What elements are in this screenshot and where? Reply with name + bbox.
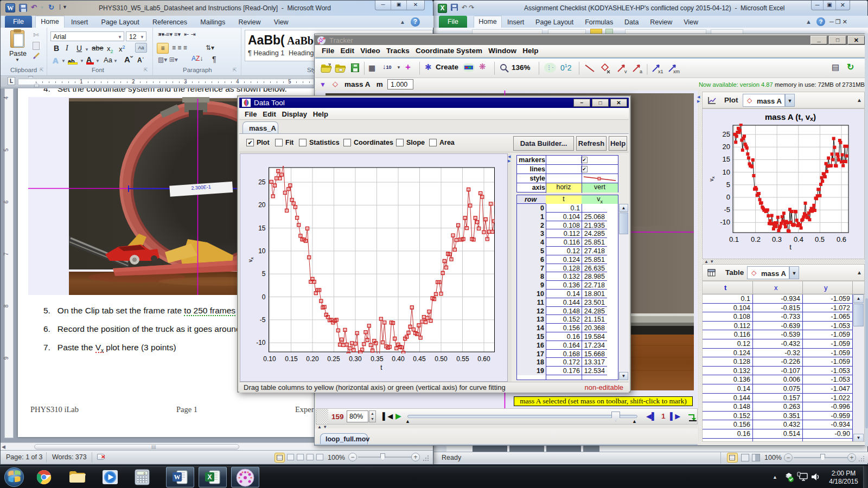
svg-text:0.6: 0.6 — [837, 235, 846, 243]
svg-text:xm: xm — [673, 69, 680, 74]
svg-text:-5: -5 — [260, 316, 266, 324]
svg-text:-5: -5 — [724, 206, 730, 214]
svg-text:t: t — [789, 243, 792, 251]
svg-text:0.3: 0.3 — [772, 235, 782, 243]
svg-text:vx: vx — [247, 258, 254, 262]
svg-text:25: 25 — [258, 178, 266, 186]
svg-text:0.25: 0.25 — [327, 355, 340, 363]
svg-text:0.55: 0.55 — [456, 355, 469, 363]
svg-text:0.60: 0.60 — [477, 355, 490, 363]
svg-text:20: 20 — [723, 143, 730, 151]
svg-text:0.40: 0.40 — [392, 355, 405, 363]
svg-text:X: X — [207, 473, 212, 481]
svg-text:25: 25 — [723, 130, 730, 138]
svg-text:W: W — [174, 473, 181, 481]
svg-text:0.5: 0.5 — [815, 235, 825, 243]
svg-text:15: 15 — [258, 224, 266, 232]
svg-text:20: 20 — [258, 201, 266, 209]
svg-text:0.35: 0.35 — [371, 355, 384, 363]
svg-text:0: 0 — [262, 293, 266, 301]
svg-text:a: a — [640, 69, 642, 74]
svg-text:x1: x1 — [658, 69, 663, 74]
svg-text:10: 10 — [723, 168, 730, 176]
svg-text:15: 15 — [723, 155, 730, 163]
svg-text:-10: -10 — [256, 339, 266, 346]
svg-text:t: t — [380, 364, 382, 371]
svg-text:0.1: 0.1 — [729, 235, 739, 243]
svg-text:0.20: 0.20 — [306, 355, 319, 363]
svg-text:v: v — [624, 69, 627, 74]
svg-text:mass A (t, vx): mass A (t, vx) — [765, 112, 816, 122]
svg-text:5: 5 — [262, 270, 266, 278]
svg-text:-10: -10 — [720, 218, 730, 226]
svg-text:5: 5 — [726, 181, 730, 189]
svg-text:0.15: 0.15 — [285, 355, 298, 363]
svg-text:0.4: 0.4 — [794, 235, 803, 243]
svg-text:0: 0 — [726, 193, 730, 201]
svg-text:vx: vx — [709, 177, 716, 182]
svg-text:0.50: 0.50 — [435, 355, 448, 363]
svg-text:10: 10 — [258, 247, 266, 255]
svg-text:0.45: 0.45 — [413, 355, 426, 363]
svg-text:0.30: 0.30 — [349, 355, 362, 363]
svg-text:0.10: 0.10 — [263, 355, 276, 363]
svg-text:0.2: 0.2 — [751, 235, 761, 243]
